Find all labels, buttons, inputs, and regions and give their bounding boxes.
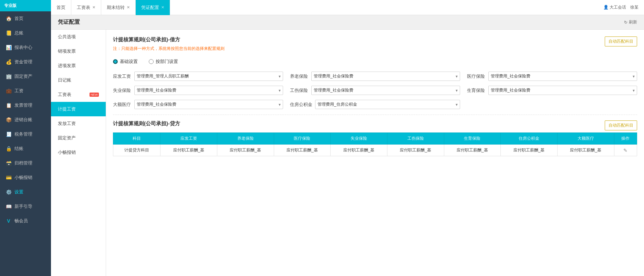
salary-icon: 💼 (6, 88, 12, 94)
sidebar-item-closing[interactable]: 🔒 结账 (0, 141, 51, 156)
settings-icon: ⚙️ (6, 189, 12, 195)
tab-period-closing[interactable]: 期末结转 ✕ (101, 0, 136, 15)
radio-department[interactable] (149, 59, 154, 64)
close-salary-sheet-tab[interactable]: ✕ (92, 5, 95, 10)
guide-icon: 📖 (6, 204, 12, 209)
major-medical-select[interactable]: 管理费用_社会保险费 ▾ (134, 100, 283, 109)
debit-fields-grid: 应发工资 管理费用_管理人员职工薪酬 ▾ 养老保险 管理费用_社会保险费 ▾ (113, 72, 637, 109)
chevron-down-icon: ▾ (633, 74, 635, 79)
sidebar-item-purchase-sales[interactable]: 📦 进销台账 (0, 113, 51, 127)
table-header-row: 科目 应发工资 养老保险 医疗保险 失业保险 工伤保险 生育保险 住房公积金 大… (113, 133, 637, 145)
field-payable-wage: 应发工资 管理费用_管理人员职工薪酬 ▾ (113, 72, 283, 81)
sidebar-item-member[interactable]: V 畅会员 (0, 214, 51, 228)
field-unemployment: 失业保险 管理费用_社会保险费 ▾ (113, 86, 283, 95)
unemployment-label: 失业保险 (113, 87, 132, 94)
sidebar-item-funds[interactable]: 💰 资金管理 (0, 55, 51, 69)
sidebar-item-invoice[interactable]: 📋 发票管理 (0, 98, 51, 113)
refresh-button[interactable]: ↻ 刷新 (624, 19, 637, 25)
purchase-sales-icon: 📦 (6, 117, 12, 123)
debit-section-header: 计提核算规则(公司承担)-借方 注：只能选择一种方式，系统将按照您当前的选择来配… (113, 36, 637, 56)
tab-salary-sheet[interactable]: 工资表 ✕ (71, 0, 101, 15)
sidebar: 专业版 🏠 首页 📒 总账 📊 报表中心 💰 资金管理 🏢 固定资产 💼 工资 … (0, 0, 51, 276)
th-action: 操作 (614, 133, 637, 145)
th-housing-fund: 住房公积金 (501, 133, 558, 145)
expense-icon: 💳 (6, 175, 12, 180)
chevron-down-icon: ▾ (279, 88, 281, 93)
sidebar-item-ledger[interactable]: 📒 总账 (0, 26, 51, 40)
sidebar-item-home[interactable]: 🏠 首页 (0, 11, 51, 26)
payable-wage-select[interactable]: 管理费用_管理人员职工薪酬 ▾ (134, 72, 283, 81)
chevron-down-icon: ▾ (456, 102, 458, 107)
sidebar-item-settings[interactable]: ⚙️ 设置 (0, 185, 51, 199)
left-nav-purchase-invoice[interactable]: 进项发票 (51, 59, 106, 73)
left-nav-expense-report[interactable]: 小畅报销 (51, 145, 106, 160)
left-nav-pay-salary[interactable]: 发放工资 (51, 116, 106, 131)
home-icon: 🏠 (6, 16, 12, 21)
page-header: 凭证配置 ↻ 刷新 (51, 15, 644, 30)
sidebar-item-reports[interactable]: 📊 报表中心 (0, 40, 51, 55)
refresh-icon: ↻ (624, 20, 627, 25)
sidebar-item-tax[interactable]: 🧾 税务管理 (0, 127, 51, 141)
topbar-right: 👤 大工会话 徐某 (603, 4, 644, 10)
payable-wage-label: 应发工资 (113, 73, 132, 79)
sidebar-item-expense[interactable]: 💳 小畅报销 (0, 170, 51, 185)
cell-maternity: 应付职工薪酬_基 (444, 145, 501, 156)
chevron-down-icon: ▾ (633, 88, 635, 93)
medical-select[interactable]: 管理费用_社会保险费 ▾ (488, 72, 637, 81)
chevron-down-icon: ▾ (279, 102, 281, 107)
maternity-label: 生育保险 (467, 87, 486, 94)
cell-payable-wage: 应付职工薪酬_基 (160, 145, 217, 156)
username: 徐某 (630, 4, 638, 10)
close-period-closing-tab[interactable]: ✕ (127, 5, 130, 10)
th-unemployment: 失业保险 (331, 133, 387, 145)
cell-pension: 应付职工薪酬_基 (217, 145, 274, 156)
unemployment-select[interactable]: 管理费用_社会保险费 ▾ (134, 86, 283, 95)
field-major-medical: 大额医疗 管理费用_社会保险费 ▾ (113, 100, 283, 109)
maternity-select[interactable]: 管理费用_社会保险费 ▾ (488, 86, 637, 95)
sidebar-item-fixed-assets[interactable]: 🏢 固定资产 (0, 69, 51, 84)
left-nav-sales-invoice[interactable]: 销项发票 (51, 44, 106, 59)
debit-section-note: 注：只能选择一种方式，系统将按照您当前的选择来配置规则 (113, 46, 225, 52)
left-nav-public[interactable]: 公共选项 (51, 30, 106, 44)
radio-department-label[interactable]: 按部门设置 (149, 59, 178, 65)
sidebar-item-salary[interactable]: 💼 工资 (0, 84, 51, 98)
radio-basic-label[interactable]: 基础设置 (113, 59, 138, 65)
tab-home[interactable]: 首页 (51, 0, 71, 15)
cell-unemployment: 应付职工薪酬_基 (331, 145, 387, 156)
edit-icon[interactable]: ✎ (623, 148, 627, 153)
closing-icon: 🔒 (6, 146, 12, 151)
left-nav-journal[interactable]: 日记账 (51, 73, 106, 87)
cell-major-medical: 应付职工薪酬_基 (557, 145, 614, 156)
reports-icon: 📊 (6, 45, 12, 50)
work-injury-label: 工伤保险 (290, 87, 309, 94)
cell-subject: 计提贷方科目 (113, 145, 160, 156)
left-nav-calc-salary[interactable]: 计提工资 (51, 102, 106, 116)
work-injury-select[interactable]: 管理费用_社会保险费 ▾ (311, 86, 460, 95)
auto-match-credit-button[interactable]: 自动匹配科目 (605, 120, 637, 130)
th-payable-wage: 应发工资 (160, 133, 217, 145)
cell-action[interactable]: ✎ (614, 145, 637, 156)
section-divider (113, 115, 637, 115)
field-pension: 养老保险 管理费用_社会保险费 ▾ (290, 72, 460, 81)
radio-basic[interactable] (113, 59, 118, 64)
close-voucher-config-tab[interactable]: ✕ (161, 5, 164, 10)
chevron-down-icon: ▾ (279, 74, 281, 79)
th-major-medical: 大额医疗 (557, 133, 614, 145)
tab-voucher-config[interactable]: 凭证配置 ✕ (136, 0, 170, 15)
left-nav-fixed-assets[interactable]: 固定资产 (51, 131, 106, 145)
th-medical: 医疗保险 (274, 133, 331, 145)
pension-select[interactable]: 管理费用_社会保险费 ▾ (311, 72, 460, 81)
tax-icon: 🧾 (6, 131, 12, 137)
medical-label: 医疗保险 (467, 73, 486, 79)
pension-label: 养老保险 (290, 73, 309, 79)
housing-fund-select[interactable]: 管理费用_住房公积金 ▾ (315, 100, 460, 109)
sidebar-item-archive[interactable]: 🗃️ 归档管理 (0, 156, 51, 170)
auto-match-debit-button[interactable]: 自动匹配科目 (605, 36, 637, 46)
housing-fund-label: 住房公积金 (290, 102, 312, 108)
left-nav-salary-sheet[interactable]: 工资表 NEW (51, 87, 106, 102)
cell-medical: 应付职工薪酬_基 (274, 145, 331, 156)
field-medical: 医疗保险 管理费用_社会保险费 ▾ (467, 72, 637, 81)
archive-icon: 🗃️ (6, 160, 12, 166)
chevron-down-icon: ▾ (456, 74, 458, 79)
sidebar-item-guide[interactable]: 📖 新手引导 (0, 199, 51, 214)
